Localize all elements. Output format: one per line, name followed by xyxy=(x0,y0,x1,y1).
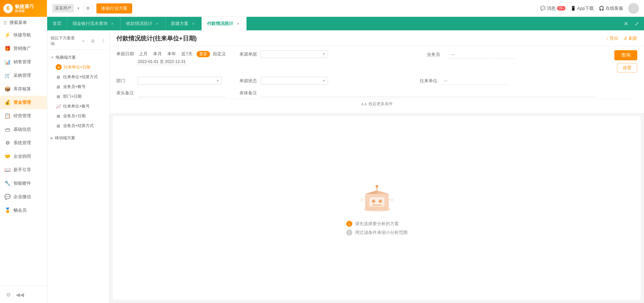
head-note-label: 表头备注 xyxy=(116,90,135,96)
scheme-item-staff-settle[interactable]: ⊞ 业务员+结算方式 xyxy=(47,121,109,131)
tab-bank[interactable]: 现金银行流水查询 × xyxy=(67,17,121,30)
page-title-actions: ↑ 导出 ↺ 刷新 xyxy=(606,35,638,41)
empty-tip-2: 2 用过滤条件来缩小分析范围 xyxy=(346,230,408,236)
staff-input[interactable]: ··· xyxy=(448,50,516,59)
scheme-item-staff-date[interactable]: ⊞ 业务员+日期 xyxy=(47,111,109,121)
sidebar-footer: ⚙ ◀◀ xyxy=(0,286,47,303)
search-menu[interactable]: ☰ 搜索菜单 xyxy=(0,17,47,28)
tip-num-1: 1 xyxy=(346,221,352,227)
online-service-btn[interactable]: 🎧 在线客服 xyxy=(599,5,623,11)
sidebar-item-enterprise[interactable]: 🤝 企业协同 xyxy=(0,150,47,163)
sidebar-item-system[interactable]: ⚙ 系统管理 xyxy=(0,136,47,150)
scheme-grid-icon-4: ⊞ xyxy=(56,114,61,119)
trial-btn[interactable]: 体验行业方案 xyxy=(96,3,132,13)
svg-rect-10 xyxy=(360,199,365,200)
svg-rect-11 xyxy=(359,201,363,201)
doc-status-select[interactable]: ▾ xyxy=(261,77,328,85)
footer-settings-btn[interactable]: ⚙ xyxy=(3,290,13,300)
scheme-grid-icon-1: ⊞ xyxy=(56,74,61,80)
guide-icon: 📖 xyxy=(4,166,11,173)
collapse-arrow-icon: ∧∧ xyxy=(361,102,367,107)
scheme-item-unit-account[interactable]: 📈 往来单位+账号 xyxy=(47,101,109,111)
scheme-item-dept-date[interactable]: ⊞ 部门+日期 xyxy=(47,92,109,101)
date-this-month[interactable]: 本月 xyxy=(152,50,163,58)
tab-new-scheme[interactable]: 新建方案 × xyxy=(166,17,202,30)
page-header: 付款情况统计(往来单位+日期) ↑ 导出 ↺ 刷新 xyxy=(110,30,644,46)
source-select[interactable]: ▾ xyxy=(261,50,328,58)
page-title-row: 付款情况统计(往来单位+日期) ↑ 导出 ↺ 刷新 xyxy=(116,34,637,46)
topbar-settings-btn[interactable]: ⚙ xyxy=(83,3,93,13)
tab-receipt-close[interactable]: × xyxy=(154,21,160,26)
sales-icon: 📊 xyxy=(4,59,11,65)
date-label: 单据日期 xyxy=(116,51,135,57)
sidebar-nav: ⚡ 快捷导航 🎁 营销推广 📊 销售管理 🛒 采购管理 📦 库存核算 💰 资金管… xyxy=(0,28,47,286)
sidebar-item-member[interactable]: 🏅 畅会员 xyxy=(0,204,47,217)
tab-payment-stat[interactable]: 付款情况统计 × xyxy=(202,17,246,30)
sidebar-item-wechat[interactable]: 💬 企业微信 xyxy=(0,190,47,204)
message-btn[interactable]: 💬 消息 99+ xyxy=(540,5,565,11)
sidebar-item-sales[interactable]: 📊 销售管理 xyxy=(0,55,47,69)
sidebar-collapse-btn[interactable]: ◀◀ xyxy=(15,290,25,300)
active-scheme-dot: ● xyxy=(56,64,62,70)
sidebar-item-hardware[interactable]: 🔧 智能硬件 xyxy=(0,177,47,190)
date-custom-btn[interactable]: 自定义 xyxy=(213,51,226,57)
desktop-scheme-header[interactable]: ▼ 电脑端方案 xyxy=(47,53,109,62)
left-panel-title: 按以下方案查询 xyxy=(51,35,78,47)
left-panel: 按以下方案查询 ＋ ⚙ 《 ▼ 电脑端方案 ● 往来单位+日期 ⊞ 往来单位+结… xyxy=(47,30,110,303)
scheme-item-unit-date[interactable]: ● 往来单位+日期 xyxy=(47,62,109,72)
date-7days[interactable]: 近7天 xyxy=(180,50,194,58)
app-download-btn[interactable]: 📱 App下载 xyxy=(570,5,594,11)
mobile-scheme-header[interactable]: ▶ 移动端方案 xyxy=(47,133,109,143)
wechat-icon: 💬 xyxy=(4,193,11,200)
purchase-icon: 🛒 xyxy=(4,72,11,79)
sidebar-item-marketing[interactable]: 🎁 营销推广 xyxy=(0,42,47,55)
head-note-input[interactable] xyxy=(138,89,225,97)
panel-collapse-btn[interactable]: 《 xyxy=(98,37,106,45)
sidebar-item-basic[interactable]: 🗃 基础信息 xyxy=(0,123,47,136)
date-range-display[interactable]: 2022-01-01 至 2022-12-31 xyxy=(137,59,187,65)
date-this-year[interactable]: 本年 xyxy=(166,50,177,58)
dept-select[interactable]: ▾ xyxy=(138,77,222,85)
filter-settings-btn[interactable]: 设置 xyxy=(617,63,637,72)
query-btn[interactable]: 查询 xyxy=(614,50,637,60)
capital-icon: 💰 xyxy=(4,99,11,106)
export-btn[interactable]: ↑ 导出 xyxy=(606,35,619,41)
desktop-arrow-icon: ▼ xyxy=(51,56,54,59)
scheme-item-staff-account[interactable]: ⊞ 业务员+账号 xyxy=(47,82,109,92)
source-label: 来源单据 xyxy=(239,51,258,57)
tab-expand-btn[interactable]: ⤢ xyxy=(633,20,641,28)
left-panel-header: 按以下方案查询 ＋ ⚙ 《 xyxy=(47,34,109,50)
partner-input[interactable]: ··· xyxy=(441,77,508,85)
tab-home[interactable]: 首页 xyxy=(47,17,67,30)
tab-new-scheme-close[interactable]: × xyxy=(191,21,196,26)
basic-icon: 🗃 xyxy=(4,126,11,133)
sidebar-item-capital[interactable]: 💰 资金管理 xyxy=(0,96,47,109)
tab-bank-close[interactable]: × xyxy=(110,21,115,26)
user-avatar[interactable] xyxy=(628,3,639,14)
scheme-settings-btn[interactable]: ⚙ xyxy=(89,37,96,45)
topbar-dropdown-arrow[interactable]: ▾ xyxy=(77,6,80,11)
tab-close-all-btn[interactable]: ✕ xyxy=(622,20,630,28)
collapse-btn[interactable]: ∧∧ 收起更多条件 xyxy=(116,99,637,109)
add-scheme-btn[interactable]: ＋ xyxy=(80,37,87,45)
empty-tips: 1 请先选择要分析的方案 2 用过滤条件来缩小分析范围 xyxy=(346,221,408,236)
sidebar-item-inventory[interactable]: 📦 库存核算 xyxy=(0,82,47,96)
sidebar-item-business[interactable]: 📋 经营管理 xyxy=(0,109,47,123)
body-note-input[interactable] xyxy=(261,89,595,97)
quick-nav-icon: ⚡ xyxy=(4,32,11,38)
date-more-btn[interactable]: 更多 xyxy=(197,51,210,57)
scheme-item-unit-settle[interactable]: ⊞ 往来单位+结算方式 xyxy=(47,72,109,82)
sidebar-item-guide[interactable]: 📖 新手引导 xyxy=(0,163,47,177)
page-content: 按以下方案查询 ＋ ⚙ 《 ▼ 电脑端方案 ● 往来单位+日期 ⊞ 往来单位+结… xyxy=(47,30,644,303)
tab-receipt[interactable]: 收款情况统计 × xyxy=(121,17,166,30)
empty-state: 1 请先选择要分析的方案 2 用过滤条件来缩小分析范围 xyxy=(113,116,641,300)
sidebar-item-quick-nav[interactable]: ⚡ 快捷导航 xyxy=(0,28,47,42)
mobile-scheme-group: ▶ 移动端方案 xyxy=(47,132,109,144)
main-content: 某某用户 ▾ ⚙ 体验行业方案 💬 消息 99+ 📱 App下载 🎧 在线客服 xyxy=(47,0,644,303)
tab-payment-stat-close[interactable]: × xyxy=(235,21,241,26)
refresh-btn[interactable]: ↺ 刷新 xyxy=(623,35,637,41)
sidebar-item-purchase[interactable]: 🛒 采购管理 xyxy=(0,69,47,82)
right-content: 付款情况统计(往来单位+日期) ↑ 导出 ↺ 刷新 xyxy=(110,30,644,303)
date-last-month[interactable]: 上月 xyxy=(138,50,149,58)
business-icon: 📋 xyxy=(4,113,11,119)
